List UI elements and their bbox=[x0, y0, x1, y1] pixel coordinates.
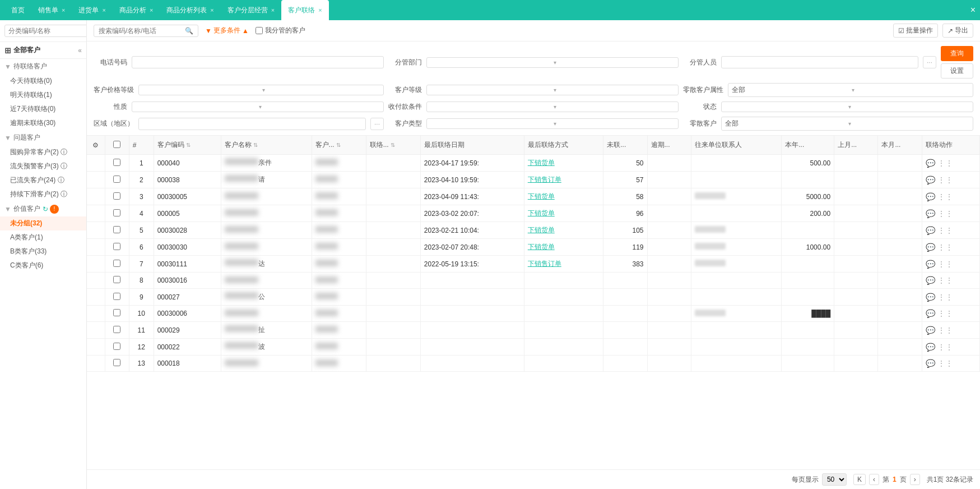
reset-button[interactable]: 设置 bbox=[941, 63, 973, 79]
first-page-button[interactable]: K bbox=[853, 474, 866, 485]
nav-tab-sales[interactable]: 销售单 × bbox=[31, 0, 72, 20]
row-checkbox[interactable] bbox=[113, 243, 120, 250]
chat-icon[interactable]: 💬 bbox=[926, 343, 935, 352]
sidebar-item-class-c[interactable]: C类客户(6) bbox=[0, 259, 86, 273]
th-contacts[interactable]: 往来单位联系人 bbox=[691, 136, 781, 155]
sidebar-group-pending[interactable]: ▼ 待联络客户 bbox=[0, 59, 86, 74]
sidebar-group-problem[interactable]: ▼ 问题客户 bbox=[0, 130, 86, 145]
filter-search-icon[interactable]: 🔍 bbox=[185, 27, 193, 35]
sidebar-group-value[interactable]: ▼ 价值客户 ↻ ! bbox=[0, 201, 86, 216]
more-icon[interactable]: ⋮⋮ bbox=[937, 260, 953, 269]
chat-icon[interactable]: 💬 bbox=[926, 226, 935, 235]
row-checkbox-cell[interactable] bbox=[105, 356, 129, 372]
my-customers-check[interactable] bbox=[256, 27, 263, 34]
th-this-month[interactable]: 本月... bbox=[878, 136, 922, 155]
more-icon[interactable]: ⋮⋮ bbox=[937, 243, 953, 252]
filter-customer-type-select[interactable]: ▾ bbox=[426, 118, 679, 129]
more-conditions-button[interactable]: ▼ 更多条件 ▲ bbox=[205, 26, 249, 35]
nav-tab-analysis-close[interactable]: × bbox=[150, 7, 153, 13]
nav-tab-customer-contact-close[interactable]: × bbox=[318, 7, 322, 13]
more-icon[interactable]: ⋮⋮ bbox=[937, 276, 953, 285]
sidebar-item-churned[interactable]: 已流失客户(24) ⓘ bbox=[0, 173, 86, 187]
row-checkbox[interactable] bbox=[113, 192, 120, 200]
filter-retail-attr-select[interactable]: 全部 ▾ bbox=[728, 83, 973, 97]
more-icon[interactable]: ⋮⋮ bbox=[937, 192, 953, 201]
sidebar-item-overdue[interactable]: 逾期未联络(30) bbox=[0, 116, 86, 130]
row-checkbox[interactable] bbox=[113, 159, 120, 166]
row-checkbox[interactable] bbox=[113, 343, 120, 350]
row-last-method[interactable]: 下销售订单 bbox=[524, 256, 603, 273]
my-customers-checkbox[interactable]: 我分管的客户 bbox=[256, 26, 305, 35]
filter-nature-select[interactable]: ▾ bbox=[132, 102, 384, 112]
sidebar-item-today[interactable]: 今天待联络(0) bbox=[0, 74, 86, 88]
row-last-method[interactable] bbox=[524, 273, 603, 289]
next-page-button[interactable]: › bbox=[910, 474, 920, 485]
row-checkbox-cell[interactable] bbox=[105, 239, 129, 256]
th-name[interactable]: 客户名称 ⇅ bbox=[221, 136, 312, 155]
row-last-method[interactable] bbox=[524, 289, 603, 306]
per-page-select[interactable]: 50 bbox=[822, 473, 847, 486]
chat-icon[interactable]: 💬 bbox=[926, 293, 935, 302]
nav-tab-sales-close[interactable]: × bbox=[62, 7, 65, 13]
row-checkbox[interactable] bbox=[113, 326, 120, 333]
filter-person-dots[interactable]: ··· bbox=[923, 56, 936, 68]
filter-retail-customer-select[interactable]: 全部 ▾ bbox=[721, 117, 973, 131]
nav-tab-purchase[interactable]: 进货单 × bbox=[72, 0, 112, 20]
row-last-method[interactable]: 下销货单 bbox=[524, 155, 603, 172]
sidebar-item-7days[interactable]: 近7天待联络(0) bbox=[0, 102, 86, 116]
row-checkbox-cell[interactable] bbox=[105, 256, 129, 273]
row-checkbox-cell[interactable] bbox=[105, 339, 129, 356]
sidebar-item-abnormal[interactable]: 囤购异常客户(2) ⓘ bbox=[0, 145, 86, 159]
nav-home[interactable]: 首页 bbox=[4, 0, 31, 20]
chat-icon[interactable]: 💬 bbox=[926, 276, 935, 285]
chat-icon[interactable]: 💬 bbox=[926, 176, 935, 184]
filter-customer-level-select[interactable]: ▾ bbox=[426, 85, 679, 95]
nav-tab-purchase-close[interactable]: × bbox=[102, 7, 105, 13]
row-last-method[interactable] bbox=[524, 356, 603, 372]
th-no-contact[interactable]: 未联... bbox=[603, 136, 647, 155]
row-checkbox-cell[interactable] bbox=[105, 188, 129, 205]
more-icon[interactable]: ⋮⋮ bbox=[937, 309, 953, 318]
row-last-method[interactable]: 下销货单 bbox=[524, 205, 603, 222]
chat-icon[interactable]: 💬 bbox=[926, 260, 935, 269]
row-last-method[interactable] bbox=[524, 339, 603, 356]
row-checkbox[interactable] bbox=[113, 209, 120, 216]
row-checkbox-cell[interactable] bbox=[105, 205, 129, 222]
sidebar-search-input[interactable] bbox=[4, 25, 87, 37]
filter-region-dots[interactable]: ··· bbox=[370, 118, 384, 130]
more-icon[interactable]: ⋮⋮ bbox=[937, 226, 953, 235]
chat-icon[interactable]: 💬 bbox=[926, 326, 935, 335]
th-settings[interactable]: ⚙ bbox=[87, 136, 105, 155]
chat-icon[interactable]: 💬 bbox=[926, 309, 935, 318]
row-checkbox[interactable] bbox=[113, 309, 120, 316]
row-checkbox[interactable] bbox=[113, 226, 120, 233]
row-checkbox-cell[interactable] bbox=[105, 155, 129, 172]
row-last-method[interactable]: 下销货单 bbox=[524, 239, 603, 256]
row-checkbox-cell[interactable] bbox=[105, 222, 129, 239]
row-checkbox-cell[interactable] bbox=[105, 172, 129, 188]
sidebar-item-class-b[interactable]: B类客户(33) bbox=[0, 245, 86, 259]
filter-person-input[interactable] bbox=[721, 56, 918, 68]
row-checkbox[interactable] bbox=[113, 276, 120, 283]
sidebar-item-ungrouped[interactable]: 未分组(32) bbox=[0, 216, 86, 230]
th-last-month[interactable]: 上月... bbox=[834, 136, 878, 155]
batch-operation-button[interactable]: ☑ 批量操作 bbox=[893, 24, 938, 38]
th-year[interactable]: 本年... bbox=[782, 136, 834, 155]
th-overdue[interactable]: 逾期... bbox=[647, 136, 691, 155]
nav-tab-customer-segment-close[interactable]: × bbox=[271, 7, 275, 13]
row-checkbox-cell[interactable] bbox=[105, 322, 129, 339]
nav-tab-customer-segment[interactable]: 客户分层经营 × bbox=[221, 0, 281, 20]
prev-page-button[interactable]: ‹ bbox=[869, 474, 879, 485]
more-icon[interactable]: ⋮⋮ bbox=[937, 326, 953, 335]
row-checkbox[interactable] bbox=[113, 293, 120, 300]
th-checkbox[interactable] bbox=[105, 136, 129, 155]
filter-phone-input[interactable] bbox=[132, 56, 384, 68]
close-all-button[interactable]: × bbox=[970, 5, 976, 15]
more-icon[interactable]: ⋮⋮ bbox=[937, 159, 953, 168]
row-last-method[interactable] bbox=[524, 322, 603, 339]
more-icon[interactable]: ⋮⋮ bbox=[937, 176, 953, 184]
th-type[interactable]: 客户... ⇅ bbox=[312, 136, 366, 155]
more-icon[interactable]: ⋮⋮ bbox=[937, 293, 953, 302]
row-checkbox[interactable] bbox=[113, 359, 120, 366]
row-checkbox-cell[interactable] bbox=[105, 273, 129, 289]
